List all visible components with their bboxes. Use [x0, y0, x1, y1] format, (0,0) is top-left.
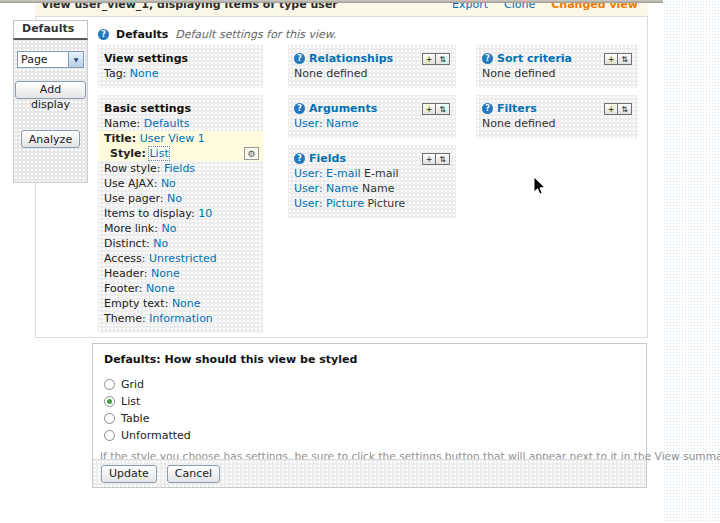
arguments-title-link[interactable]: Arguments [309, 101, 377, 116]
setting-value-link[interactable]: No [167, 192, 182, 205]
filters-empty-text: None defined [482, 116, 632, 131]
help-icon[interactable]: ? [482, 103, 493, 114]
style-form-title: Defaults: How should this view be styled [104, 353, 646, 366]
tag-value-link[interactable]: None [130, 67, 159, 80]
setting-value-link[interactable]: None [146, 282, 175, 295]
sort-criteria-box: ? Sort criteria + ⇅ None defined [476, 45, 638, 88]
setting-row: Use AJAX: No [104, 176, 257, 191]
page-background-pattern [663, 0, 720, 523]
radio-icon[interactable] [104, 396, 115, 407]
setting-value-link[interactable]: 10 [198, 207, 212, 220]
view-settings-title: View settings [104, 51, 257, 66]
field-item: User: Name Name [294, 181, 450, 196]
sort-criteria-title-link[interactable]: Sort criteria [497, 51, 572, 66]
radio-option-grid[interactable]: Grid [104, 376, 646, 393]
column-settings: View settings Tag: None Basic settings N… [98, 45, 263, 340]
rearrange-icon[interactable]: ⇅ [618, 53, 632, 65]
setting-value-link[interactable]: None [151, 267, 180, 280]
radio-option-table[interactable]: Table [104, 410, 646, 427]
help-icon[interactable]: ? [98, 29, 109, 40]
field-link[interactable]: User: E-mail [294, 167, 361, 180]
fields-title-link[interactable]: Fields [309, 151, 346, 166]
filters-title-link[interactable]: Filters [497, 101, 537, 116]
setting-value-link[interactable]: None [172, 297, 201, 310]
display-tools-panel: Page ▼ Add display Analyze [13, 40, 88, 183]
radio-icon[interactable] [104, 413, 115, 424]
radio-option-unformatted[interactable]: Unformatted [104, 427, 646, 444]
relationships-empty-text: None defined [294, 66, 450, 81]
setting-row: Theme: Information [104, 311, 257, 326]
basic-settings-box: Basic settings Name: Defaults Title: Use… [98, 95, 263, 333]
analyze-button[interactable]: Analyze [21, 130, 80, 148]
radio-label: List [121, 395, 140, 408]
basic-settings-title: Basic settings [104, 101, 257, 116]
setting-value-link[interactable]: Defaults [144, 117, 190, 130]
setting-value-link[interactable]: No [161, 177, 176, 190]
add-icon[interactable]: + [422, 53, 436, 65]
view-settings-box: View settings Tag: None [98, 45, 263, 88]
arguments-box: ? Arguments + ⇅ User: Name [288, 95, 456, 138]
setting-value-link[interactable]: No [153, 237, 168, 250]
update-button[interactable]: Update [101, 465, 157, 483]
rearrange-icon[interactable]: ⇅ [436, 103, 450, 115]
help-icon[interactable]: ? [294, 53, 305, 64]
argument-item: User: Name [294, 116, 450, 131]
gear-icon[interactable]: ⚙ [244, 147, 259, 160]
display-type-select-value: Page [18, 53, 68, 66]
radio-icon[interactable] [104, 430, 115, 441]
view-title: View user_view_1, displaying items of ty… [35, 3, 338, 11]
radio-label: Grid [121, 378, 144, 391]
style-options: Grid List Table Unformatted [104, 376, 646, 444]
setting-row: Empty text: None [104, 296, 257, 311]
field-item: User: E-mail E-mail [294, 166, 450, 181]
setting-value-link[interactable]: Fields [164, 162, 195, 175]
setting-row: Footer: None [104, 281, 257, 296]
tab-defaults[interactable]: Defaults [13, 20, 88, 40]
add-display-button[interactable]: Add display [15, 81, 86, 99]
field-link[interactable]: User: Name [294, 182, 359, 195]
setting-row: Tag: None [104, 66, 257, 81]
add-icon[interactable]: + [604, 53, 618, 65]
add-icon[interactable]: + [422, 153, 436, 165]
view-title-bar: View user_view_1, displaying items of ty… [35, 3, 648, 16]
field-link[interactable]: User: Picture [294, 197, 364, 210]
argument-link[interactable]: User: Name [294, 117, 359, 130]
export-link[interactable]: Export [452, 3, 488, 11]
setting-row: Use pager: No [104, 191, 257, 206]
relationships-title-link[interactable]: Relationships [309, 51, 393, 66]
display-header: ? Defaults Default settings for this vie… [98, 28, 336, 41]
setting-row: More link: No [104, 221, 257, 236]
view-title-links: Export Clone Changed view [452, 3, 648, 11]
rearrange-icon[interactable]: ⇅ [436, 53, 450, 65]
cancel-button[interactable]: Cancel [167, 465, 220, 483]
setting-value-link[interactable]: List [149, 147, 168, 160]
rearrange-icon[interactable]: ⇅ [436, 153, 450, 165]
chevron-down-icon[interactable]: ▼ [68, 52, 83, 67]
help-icon[interactable]: ? [294, 103, 305, 114]
display-title: Defaults [116, 28, 168, 41]
setting-value-link[interactable]: No [161, 222, 176, 235]
help-icon[interactable]: ? [294, 153, 305, 164]
help-icon[interactable]: ? [482, 53, 493, 64]
setting-row-title: Title: User View 1 [98, 131, 263, 146]
changed-view-link[interactable]: Changed view [551, 3, 638, 11]
radio-label: Table [121, 412, 149, 425]
radio-icon[interactable] [104, 379, 115, 390]
setting-value-link[interactable]: Unrestricted [149, 252, 217, 265]
sort-criteria-empty-text: None defined [482, 66, 632, 81]
display-type-select[interactable]: Page ▼ [17, 51, 84, 68]
style-settings-form: Defaults: How should this view be styled… [92, 343, 647, 488]
display-description: Default settings for this view. [175, 28, 336, 41]
clone-link[interactable]: Clone [504, 3, 535, 11]
setting-row: Access: Unrestricted [104, 251, 257, 266]
setting-row-style: Style: List ⚙ [98, 146, 263, 161]
radio-option-list[interactable]: List [104, 393, 646, 410]
field-item: User: Picture Picture [294, 196, 450, 211]
relationships-box: ? Relationships + ⇅ None defined [288, 45, 456, 88]
add-icon[interactable]: + [604, 103, 618, 115]
radio-label: Unformatted [121, 429, 191, 442]
add-icon[interactable]: + [422, 103, 436, 115]
rearrange-icon[interactable]: ⇅ [618, 103, 632, 115]
setting-value-link[interactable]: User View 1 [140, 132, 205, 145]
setting-value-link[interactable]: Information [149, 312, 213, 325]
